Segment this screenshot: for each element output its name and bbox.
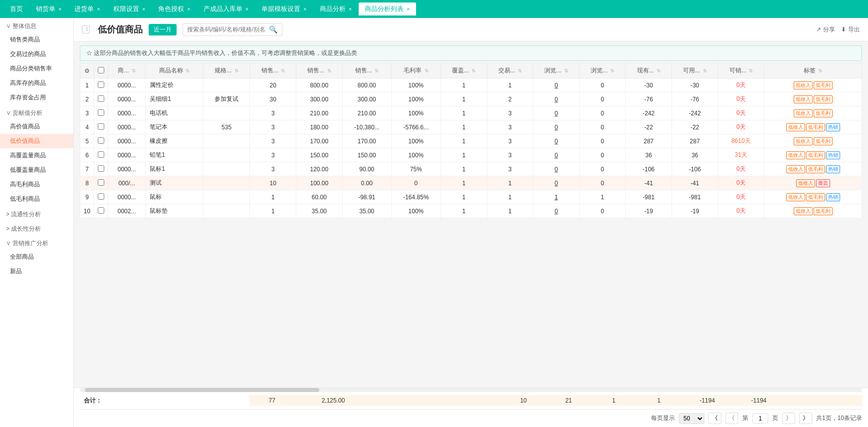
row-s1: 1 bbox=[250, 204, 296, 218]
row-browse1[interactable]: 0 bbox=[533, 106, 580, 120]
row-checkbox[interactable] bbox=[94, 204, 108, 218]
sidebar-item-category-rate[interactable]: 商品分类销售率 bbox=[0, 61, 73, 76]
row-select-checkbox[interactable] bbox=[98, 207, 104, 214]
sidebar-group-marketing[interactable]: ∨ 营销推广分析 bbox=[0, 235, 73, 250]
row-checkbox[interactable] bbox=[94, 120, 108, 134]
col-browse1-header[interactable]: 浏览... ⇅ bbox=[533, 63, 580, 78]
col-stock3-header[interactable]: 可销... ⇅ bbox=[718, 63, 764, 78]
col-tags-header[interactable]: 标签 ⇅ bbox=[764, 63, 862, 78]
col-margin-header[interactable]: 毛利率 ⇅ bbox=[391, 63, 440, 78]
row-select-checkbox[interactable] bbox=[98, 137, 104, 144]
row-browse1[interactable]: 0 bbox=[533, 134, 580, 148]
col-checkbox-header[interactable] bbox=[94, 63, 108, 78]
sidebar-item-sales-products[interactable]: 销售类商品 bbox=[0, 32, 73, 47]
next-page-btn[interactable]: 〉 bbox=[782, 413, 795, 424]
horizontal-scrollbar[interactable] bbox=[80, 388, 862, 392]
row-browse1[interactable]: 0 bbox=[533, 176, 580, 190]
per-page-select[interactable]: 50 20 100 bbox=[679, 413, 704, 424]
nav-home[interactable]: 首页 bbox=[4, 2, 29, 15]
row-browse1[interactable]: 0 bbox=[533, 204, 580, 218]
col-code-header[interactable]: 商... ⇅ bbox=[108, 63, 146, 78]
table-row: 8 000/... 测试 10 100.00 0.00 0 1 1 0 0 -4… bbox=[80, 176, 862, 190]
first-page-btn[interactable]: 《 bbox=[708, 413, 721, 424]
nav-product-in-close[interactable]: × bbox=[245, 6, 248, 12]
nav-product-analysis-list[interactable]: 商品分析列表 × bbox=[359, 2, 416, 15]
row-browse1[interactable]: 0 bbox=[533, 120, 580, 134]
nav-template[interactable]: 单据模板设置 × bbox=[255, 2, 312, 15]
nav-purchase-close[interactable]: × bbox=[97, 6, 100, 12]
row-checkbox[interactable] bbox=[94, 134, 108, 148]
nav-template-close[interactable]: × bbox=[303, 6, 306, 12]
row-checkbox[interactable] bbox=[94, 190, 108, 204]
row-stock3: 0天 bbox=[718, 162, 764, 176]
nav-permission-close[interactable]: × bbox=[142, 6, 145, 12]
nav-product-analysis-list-close[interactable]: × bbox=[407, 6, 410, 12]
sidebar-item-new-products[interactable]: 新品 bbox=[0, 264, 73, 279]
row-select-checkbox[interactable] bbox=[98, 151, 104, 158]
row-browse1[interactable]: 0 bbox=[533, 92, 580, 106]
nav-purchase[interactable]: 进货单 × bbox=[68, 2, 106, 15]
sidebar-item-low-margin[interactable]: 低毛利商品 bbox=[0, 192, 73, 206]
sidebar-item-high-stock[interactable]: 高库存的商品 bbox=[0, 76, 73, 90]
filter-recent-month-btn[interactable]: 近一月 bbox=[149, 24, 177, 35]
nav-product-analysis-close[interactable]: × bbox=[349, 6, 352, 12]
row-checkbox[interactable] bbox=[94, 162, 108, 176]
row-select-checkbox[interactable] bbox=[98, 109, 104, 116]
sidebar-group-contribution[interactable]: ∨ 贡献值分析 bbox=[0, 105, 73, 119]
sidebar-group-growth[interactable]: > 成长性分析 bbox=[0, 221, 73, 235]
nav-product-analysis[interactable]: 商品分析 × bbox=[314, 2, 358, 15]
col-gear[interactable]: ⚙ bbox=[80, 63, 94, 78]
col-trade-header[interactable]: 交易... ⇅ bbox=[487, 63, 533, 78]
sidebar-item-all-products[interactable]: 全部商品 bbox=[0, 250, 73, 264]
col-browse2-header[interactable]: 浏览... ⇅ bbox=[579, 63, 626, 78]
col-stock1-header[interactable]: 现有... ⇅ bbox=[626, 63, 672, 78]
nav-sales-close[interactable]: × bbox=[58, 6, 61, 12]
row-checkbox[interactable] bbox=[94, 176, 108, 190]
sidebar-item-high-coverage[interactable]: 高覆盖量商品 bbox=[0, 148, 73, 163]
search-icon[interactable]: 🔍 bbox=[269, 25, 277, 33]
col-name-header[interactable]: 商品名称 ⇅ bbox=[146, 63, 204, 78]
row-checkbox[interactable] bbox=[94, 78, 108, 92]
sidebar-item-low-coverage[interactable]: 低覆盖量商品 bbox=[0, 163, 73, 177]
row-browse1[interactable]: 0 bbox=[533, 148, 580, 162]
row-checkbox[interactable] bbox=[94, 92, 108, 106]
row-checkbox[interactable] bbox=[94, 106, 108, 120]
col-s2-header[interactable]: 销售... ⇅ bbox=[296, 63, 343, 78]
row-select-checkbox[interactable] bbox=[98, 193, 104, 200]
prev-page-btn[interactable]: 〈 bbox=[725, 413, 738, 424]
nav-sales[interactable]: 销货单 × bbox=[30, 2, 67, 15]
row-checkbox[interactable] bbox=[94, 148, 108, 162]
sidebar-group-overall[interactable]: ∨ 整体信息 bbox=[0, 18, 73, 32]
select-all-checkbox[interactable] bbox=[98, 67, 104, 73]
search-box[interactable]: 🔍 bbox=[183, 23, 282, 36]
nav-role[interactable]: 角色授权 × bbox=[152, 2, 196, 15]
share-btn[interactable]: ↗ 分享 bbox=[816, 25, 835, 34]
col-stock2-header[interactable]: 可用... ⇅ bbox=[672, 63, 718, 78]
sidebar-item-high-value[interactable]: 高价值商品 bbox=[0, 119, 73, 134]
row-select-checkbox[interactable] bbox=[98, 95, 104, 102]
col-s3-header[interactable]: 销售... ⇅ bbox=[342, 63, 391, 78]
sidebar-item-low-value[interactable]: 低价值商品 bbox=[0, 134, 73, 148]
row-select-checkbox[interactable] bbox=[98, 123, 104, 130]
sidebar-item-stock-fund[interactable]: 库存资金占用 bbox=[0, 90, 73, 105]
row-browse1[interactable]: 0 bbox=[533, 162, 580, 176]
col-s1-header[interactable]: 销售... ⇅ bbox=[250, 63, 296, 78]
nav-role-close[interactable]: × bbox=[187, 6, 190, 12]
page-number-input[interactable] bbox=[752, 414, 768, 424]
sidebar-group-liquidity[interactable]: > 流通性分析 bbox=[0, 206, 73, 221]
row-select-checkbox[interactable] bbox=[98, 81, 104, 88]
row-select-checkbox[interactable] bbox=[98, 165, 104, 172]
search-input[interactable] bbox=[187, 26, 267, 33]
sidebar-collapse-btn[interactable]: 《 bbox=[82, 25, 90, 33]
export-btn[interactable]: ⬇ 导出 bbox=[841, 25, 860, 34]
row-browse1[interactable]: 0 bbox=[533, 78, 580, 92]
last-page-btn[interactable]: 》 bbox=[799, 413, 812, 424]
nav-product-in[interactable]: 产成品入库单 × bbox=[198, 2, 254, 15]
col-spec-header[interactable]: 规格... ⇅ bbox=[203, 63, 250, 78]
sidebar-item-traded-products[interactable]: 交易过的商品 bbox=[0, 47, 73, 61]
sidebar-item-high-margin[interactable]: 高毛利商品 bbox=[0, 177, 73, 192]
row-browse1[interactable]: 1 bbox=[533, 190, 580, 204]
row-select-checkbox[interactable] bbox=[98, 179, 104, 186]
nav-permission[interactable]: 权限设置 × bbox=[107, 2, 151, 15]
col-cover-header[interactable]: 覆盖... ⇅ bbox=[441, 63, 487, 78]
